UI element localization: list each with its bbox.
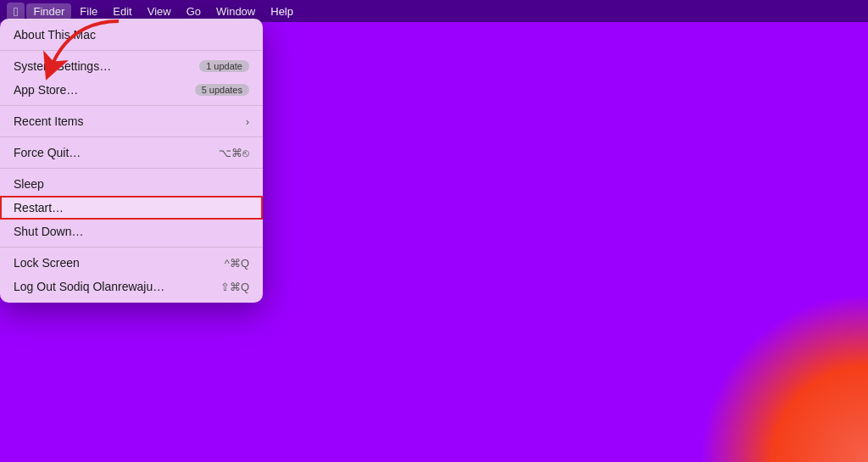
help-menu[interactable]: Help — [264, 3, 300, 19]
edit-menu[interactable]: Edit — [106, 3, 138, 19]
system-settings-right: 1 update — [199, 60, 249, 72]
menu-item-lock-screen[interactable]: Lock Screen ^⌘Q — [0, 251, 263, 275]
menu-item-shut-down[interactable]: Shut Down… — [0, 220, 263, 243]
menu-item-app-store[interactable]: App Store… 5 updates — [0, 78, 263, 102]
apple-menu-button[interactable]:  — [7, 3, 25, 20]
lock-screen-right: ^⌘Q — [225, 257, 249, 270]
separator-3 — [0, 136, 263, 137]
recent-items-right: › — [246, 115, 249, 128]
chevron-right-icon: › — [246, 115, 249, 128]
force-quit-shortcut: ⌥⌘⎋ — [219, 147, 249, 159]
separator-4 — [0, 168, 263, 169]
separator-2 — [0, 105, 263, 106]
separator-5 — [0, 247, 263, 248]
menu-item-log-out[interactable]: Log Out Sodiq Olanrewaju… ⇧⌘Q — [0, 275, 263, 298]
lock-screen-shortcut: ^⌘Q — [225, 257, 249, 270]
file-menu[interactable]: File — [73, 3, 104, 19]
menu-item-force-quit[interactable]: Force Quit… ⌥⌘⎋ — [0, 141, 263, 164]
apple-dropdown-menu: About This Mac System Settings… 1 update… — [0, 19, 263, 303]
app-store-right: 5 updates — [195, 84, 249, 96]
desktop-blob — [698, 292, 868, 462]
menu-item-system-settings[interactable]: System Settings… 1 update — [0, 54, 263, 78]
separator-1 — [0, 50, 263, 51]
menu-item-sleep[interactable]: Sleep — [0, 172, 263, 196]
finder-menu[interactable]: Finder — [26, 3, 71, 19]
go-menu[interactable]: Go — [180, 3, 208, 19]
view-menu[interactable]: View — [141, 3, 178, 19]
apple-icon:  — [14, 4, 18, 19]
force-quit-right: ⌥⌘⎋ — [219, 147, 249, 159]
window-menu[interactable]: Window — [209, 3, 262, 19]
menu-item-restart[interactable]: Restart… — [0, 196, 263, 220]
menu-item-about[interactable]: About This Mac — [0, 23, 263, 47]
log-out-right: ⇧⌘Q — [220, 281, 249, 293]
menu-item-recent-items[interactable]: Recent Items › — [0, 109, 263, 133]
log-out-shortcut: ⇧⌘Q — [220, 281, 249, 293]
